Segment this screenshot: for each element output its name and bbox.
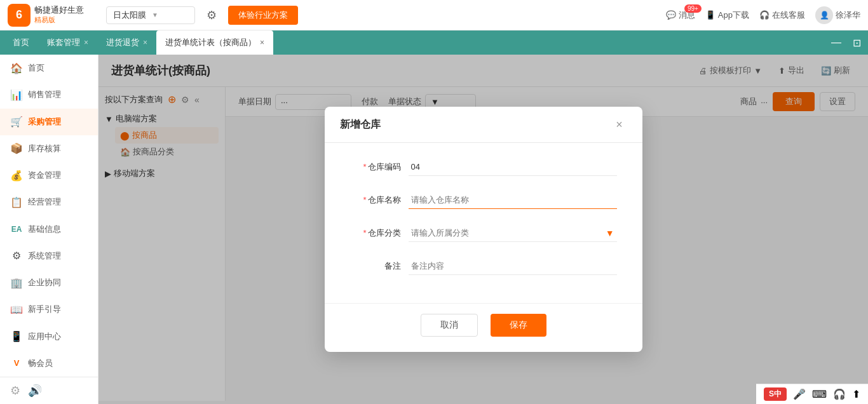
upload-icon[interactable]: ⬆ xyxy=(852,388,860,400)
sidebar-label-vip: 畅会员 xyxy=(28,358,53,369)
add-warehouse-modal: 新增仓库 × *仓库编码 *仓库名称 xyxy=(325,107,642,352)
sidebar-label-finance: 资金管理 xyxy=(28,170,61,181)
warehouse-code-input[interactable] xyxy=(409,158,617,176)
category-dropdown-arrow: ▼ xyxy=(606,228,614,238)
store-selector[interactable]: 日太阳膜 ▼ xyxy=(106,6,195,24)
username-label: 徐泽华 xyxy=(836,10,860,21)
tab-account-close[interactable]: × xyxy=(84,38,88,47)
tab-bar: 首页 账套管理 × 进货退货 × 进货单统计表（按商品） × — ⊡ xyxy=(0,30,868,55)
form-row-remark: 备注 xyxy=(350,257,617,275)
cancel-button[interactable]: 取消 xyxy=(421,314,478,337)
online-service-button[interactable]: 🎧 在线客服 xyxy=(759,10,805,21)
headphone-icon[interactable]: 🎧 xyxy=(833,388,846,400)
sidebar-label-home: 首页 xyxy=(28,62,44,74)
sidebar-item-basic-info[interactable]: EA 基础信息 xyxy=(0,216,98,243)
gear-icon: ⚙ xyxy=(207,8,217,22)
warehouse-category-select-wrap[interactable]: ▼ xyxy=(409,224,617,242)
status-logo: S中 xyxy=(764,387,787,401)
sidebar-settings-icon[interactable]: ⚙ xyxy=(10,384,20,398)
remark-input[interactable] xyxy=(409,257,617,275)
tab-home-label: 首页 xyxy=(13,37,29,48)
message-icon: 💬 xyxy=(666,10,676,20)
inventory-icon: 📦 xyxy=(10,142,23,154)
top-header: 6 畅捷通好生意 精易版 日太阳膜 ▼ ⚙ 体验行业方案 💬 消息 99+ 📱 … xyxy=(0,0,868,30)
modal-body: *仓库编码 *仓库名称 *仓库分类 xyxy=(325,143,642,303)
sidebar-label-sales: 销售管理 xyxy=(28,89,61,100)
tab-purchase-return[interactable]: 进货退货 × xyxy=(97,30,156,55)
sidebar-item-finance[interactable]: 💰 资金管理 xyxy=(0,162,98,189)
sidebar-item-guide[interactable]: 📖 新手引导 xyxy=(0,296,98,323)
message-button[interactable]: 💬 消息 99+ xyxy=(666,10,695,21)
home-icon: 🏠 xyxy=(10,62,23,74)
content-area: 进货单统计(按商品) 🖨 按模板打印 ▼ ⬆ 导出 🔄 刷新 xyxy=(98,55,868,404)
system-icon: ⚙ xyxy=(10,250,23,262)
tab-purchase-return-label: 进货退货 xyxy=(106,37,139,48)
form-row-name: *仓库名称 xyxy=(350,191,617,209)
main-layout: 🏠 首页 📊 销售管理 🛒 采购管理 📦 库存核算 💰 资金管理 📋 经营管理 … xyxy=(0,55,868,404)
warehouse-name-input[interactable] xyxy=(409,191,617,209)
store-dropdown-arrow: ▼ xyxy=(152,11,188,18)
warehouse-category-input[interactable] xyxy=(409,224,617,241)
sidebar-bottom: ⚙ 🔊 xyxy=(0,377,98,404)
form-row-code: *仓库编码 xyxy=(350,158,617,176)
finance-icon: 💰 xyxy=(10,170,23,182)
sidebar-label-system: 系统管理 xyxy=(28,250,61,262)
remark-label: 备注 xyxy=(350,260,401,272)
avatar: 👤 xyxy=(815,6,833,24)
tab-minimize-btn[interactable]: — xyxy=(829,35,844,50)
sidebar-item-vip[interactable]: V 畅会员 xyxy=(0,350,98,377)
app-download-button[interactable]: 📱 App下载 xyxy=(705,10,749,21)
tab-account[interactable]: 账套管理 × xyxy=(38,30,97,55)
online-service-label: 在线客服 xyxy=(772,10,805,21)
message-badge: 99+ xyxy=(684,4,702,13)
sidebar-label-basic-info: 基础信息 xyxy=(28,224,61,235)
save-button[interactable]: 保存 xyxy=(491,314,546,337)
tab-purchase-stats-close[interactable]: × xyxy=(260,38,264,47)
sidebar-label-operations: 经营管理 xyxy=(28,196,61,208)
sidebar-speaker-icon[interactable]: 🔊 xyxy=(28,384,42,398)
sidebar-label-purchase: 采购管理 xyxy=(28,116,61,128)
sidebar-item-home[interactable]: 🏠 首页 xyxy=(0,55,98,81)
logo-icon: 6 xyxy=(8,4,31,27)
mic-icon[interactable]: 🎤 xyxy=(793,388,806,400)
tab-controls: — ⊡ xyxy=(829,35,864,50)
sidebar-item-sales[interactable]: 📊 销售管理 xyxy=(0,81,98,108)
sales-icon: 📊 xyxy=(10,89,23,101)
sidebar-item-appstore[interactable]: 📱 应用中心 xyxy=(0,323,98,350)
tab-home[interactable]: 首页 xyxy=(4,30,38,55)
warehouse-category-label: *仓库分类 xyxy=(350,227,401,239)
sidebar-item-system[interactable]: ⚙ 系统管理 xyxy=(0,243,98,269)
status-bar: S中 🎤 ⌨ 🎧 ⬆ xyxy=(756,384,868,404)
modal-footer: 取消 保存 xyxy=(325,303,642,352)
sidebar-item-enterprise[interactable]: 🏢 企业协同 xyxy=(0,269,98,296)
trial-button[interactable]: 体验行业方案 xyxy=(228,6,298,25)
tab-maximize-btn[interactable]: ⊡ xyxy=(849,35,864,50)
sidebar-label-enterprise: 企业协同 xyxy=(28,277,61,288)
form-row-category: *仓库分类 ▼ xyxy=(350,224,617,242)
tab-account-label: 账套管理 xyxy=(47,37,80,48)
tab-purchase-return-close[interactable]: × xyxy=(143,38,147,47)
modal-header: 新增仓库 × xyxy=(325,107,642,143)
keyboard-icon[interactable]: ⌨ xyxy=(812,388,827,400)
modal-close-button[interactable]: × xyxy=(612,117,627,132)
tab-purchase-stats[interactable]: 进货单统计表（按商品） × xyxy=(156,30,273,55)
logo-text-block: 畅捷通好生意 精易版 xyxy=(34,5,84,25)
required-marker-category: * xyxy=(363,228,366,238)
avatar-icon: 👤 xyxy=(820,11,829,20)
logo-sub: 精易版 xyxy=(34,15,84,25)
sidebar-item-inventory[interactable]: 📦 库存核算 xyxy=(0,135,98,162)
tab-purchase-stats-label: 进货单统计表（按商品） xyxy=(165,37,256,48)
sidebar-item-purchase[interactable]: 🛒 采购管理 xyxy=(0,109,98,135)
logo-title: 畅捷通好生意 xyxy=(34,5,84,16)
user-menu[interactable]: 👤 徐泽华 xyxy=(815,6,860,24)
required-marker-name: * xyxy=(363,195,366,205)
logo-area: 6 畅捷通好生意 精易版 xyxy=(8,4,106,27)
basic-info-icon: EA xyxy=(10,225,23,234)
warehouse-name-label: *仓库名称 xyxy=(350,194,401,206)
modal-overlay: 新增仓库 × *仓库编码 *仓库名称 xyxy=(98,55,868,404)
settings-icon-button[interactable]: ⚙ xyxy=(201,5,222,25)
sidebar-label-appstore: 应用中心 xyxy=(28,331,61,342)
store-name: 日太阳膜 xyxy=(113,10,149,21)
sidebar-label-guide: 新手引导 xyxy=(28,304,61,315)
sidebar-item-operations[interactable]: 📋 经营管理 xyxy=(0,189,98,215)
